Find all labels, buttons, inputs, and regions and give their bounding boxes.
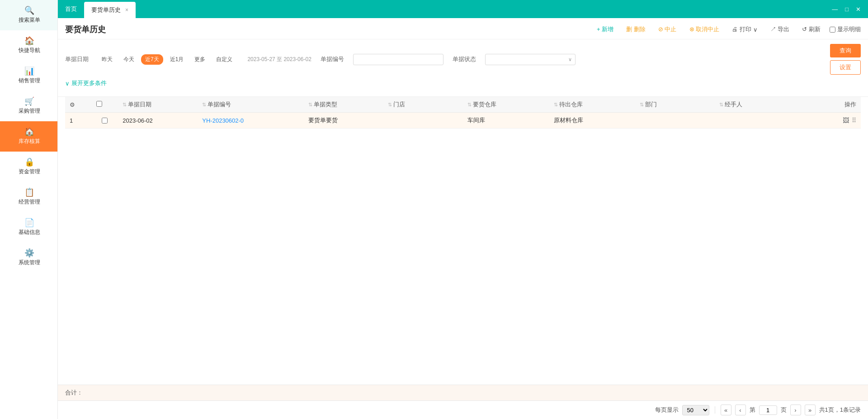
page-size-select[interactable]: 50 10 20 100 xyxy=(682,405,709,415)
table-row: 1 2023-06-02 YH-20230602-0 要货单要货 车间库 原材料… xyxy=(65,113,861,129)
th-docno[interactable]: 单据编号 xyxy=(198,97,304,113)
row-dept xyxy=(635,113,715,129)
th-dept[interactable]: 部门 xyxy=(635,97,715,113)
page-label: 页 xyxy=(781,406,787,414)
row-edit-icon[interactable]: 🖼 xyxy=(843,117,849,124)
sidebar-item-operations[interactable]: 📋 经营管理 xyxy=(0,182,57,212)
sidebar-item-sales[interactable]: 📊 销售管理 xyxy=(0,61,57,91)
date-last7days-btn[interactable]: 近7天 xyxy=(141,54,163,65)
date-filter-label: 单据日期 xyxy=(65,55,89,63)
export-button[interactable]: ↗ 导出 xyxy=(767,24,793,35)
first-page-button[interactable]: « xyxy=(721,405,731,415)
th-date[interactable]: 单据日期 xyxy=(118,97,198,113)
date-last1month-btn[interactable]: 近1月 xyxy=(166,54,188,65)
sidebar-item-system[interactable]: ⚙️ 系统管理 xyxy=(0,243,57,273)
date-today-btn[interactable]: 今天 xyxy=(119,54,138,65)
date-custom-btn[interactable]: 自定义 xyxy=(212,54,236,65)
th-store[interactable]: 门店 xyxy=(383,97,463,113)
minimize-button[interactable]: — xyxy=(832,6,838,13)
status-select[interactable] xyxy=(485,54,576,65)
table-header-row: ⚙ 单据日期 单据编号 单据类型 门店 要货仓库 待出仓库 部门 经手人 操作 xyxy=(65,97,861,113)
close-window-button[interactable]: ✕ xyxy=(856,6,861,13)
window-controls: — □ ✕ xyxy=(832,6,868,13)
cancel-stop-button[interactable]: ⊗ 取消中止 xyxy=(686,24,723,35)
docno-input[interactable] xyxy=(353,54,443,65)
operations-icon: 📋 xyxy=(24,188,34,196)
row-checkbox[interactable] xyxy=(102,118,108,124)
print-label: 🖨 打印 xyxy=(732,25,751,33)
select-all-checkbox[interactable] xyxy=(96,101,102,107)
display-detail-label: 显示明细 xyxy=(837,25,861,33)
th-settings[interactable]: ⚙ xyxy=(65,97,92,113)
date-range-text: 2023-05-27 至 2023-06-02 xyxy=(247,56,311,63)
filter-row-1: 单据日期 昨天 今天 近7天 近1月 更多 自定义 2023-05-27 至 2… xyxy=(65,44,861,75)
row-more-icon[interactable]: ⠿ xyxy=(852,117,856,124)
sidebar-item-sales-label: 销售管理 xyxy=(19,77,40,85)
th-handler[interactable]: 经手人 xyxy=(715,97,807,113)
next-page-button[interactable]: › xyxy=(790,405,801,415)
new-button[interactable]: + 新增 xyxy=(593,24,617,35)
row-actions: 🖼 ⠿ xyxy=(808,113,861,129)
action-buttons: 查询 设置 xyxy=(830,44,861,75)
sidebar-item-system-label: 系统管理 xyxy=(19,259,40,267)
page-number-input[interactable] xyxy=(759,405,777,415)
system-icon: ⚙️ xyxy=(24,249,34,257)
sidebar-item-quicknav[interactable]: 🏠 快捷导航 xyxy=(0,30,57,61)
maximize-button[interactable]: □ xyxy=(845,6,849,13)
settings-button[interactable]: 设置 xyxy=(830,60,861,75)
expand-filter-button[interactable]: ∨ 展开更多条件 xyxy=(65,77,107,89)
refresh-button[interactable]: ↺ 刷新 xyxy=(798,24,824,35)
page-header: 要货单历史 + 新增 删 删除 ⊘ 中止 ⊗ 取消中止 🖨 打印 ∨ ↗ 导出 … xyxy=(58,18,868,39)
expand-label: 展开更多条件 xyxy=(71,79,107,87)
delete-button[interactable]: 删 删除 xyxy=(623,24,649,35)
status-select-wrapper xyxy=(485,54,576,65)
purchase-icon: 🛒 xyxy=(24,97,34,105)
basicinfo-icon: 📄 xyxy=(24,219,34,227)
sidebar-item-purchase-label: 采购管理 xyxy=(19,107,40,115)
filter-area: 单据日期 昨天 今天 近7天 近1月 更多 自定义 2023-05-27 至 2… xyxy=(58,39,868,97)
last-page-button[interactable]: » xyxy=(805,405,816,415)
th-pending-warehouse[interactable]: 待出仓库 xyxy=(549,97,636,113)
th-check[interactable] xyxy=(92,97,118,113)
row-checkbox-cell[interactable] xyxy=(92,113,118,129)
sidebar-item-finance[interactable]: 🔒 资金管理 xyxy=(0,152,57,182)
tab-home[interactable]: 首页 xyxy=(58,0,84,18)
sidebar-item-purchase[interactable]: 🛒 采购管理 xyxy=(0,91,57,121)
row-type: 要货单要货 xyxy=(304,113,383,129)
page-size-label: 每页显示 xyxy=(655,406,679,414)
date-yesterday-btn[interactable]: 昨天 xyxy=(98,54,117,65)
sidebar-item-basicinfo[interactable]: 📄 基础信息 xyxy=(0,212,57,243)
finance-icon: 🔒 xyxy=(24,158,34,166)
query-button[interactable]: 查询 xyxy=(830,44,861,57)
th-action: 操作 xyxy=(808,97,861,113)
row-num: 1 xyxy=(65,113,92,129)
docno-link[interactable]: YH-20230602-0 xyxy=(202,117,244,124)
filter-row-expand: ∨ 展开更多条件 xyxy=(65,77,861,89)
display-detail-check[interactable]: 显示明细 xyxy=(830,25,861,33)
tab-close-icon[interactable]: × xyxy=(125,7,128,13)
sidebar-item-search[interactable]: 🔍 搜索菜单 xyxy=(0,0,57,30)
th-req-warehouse[interactable]: 要货仓库 xyxy=(463,97,549,113)
stop-button[interactable]: ⊘ 中止 xyxy=(655,24,680,35)
tab-home-label: 首页 xyxy=(65,5,77,13)
row-store xyxy=(383,113,463,129)
date-more-btn[interactable]: 更多 xyxy=(190,54,209,65)
sidebar: 🔍 搜索菜单 🏠 快捷导航 📊 销售管理 🛒 采购管理 🏠 库存核算 🔒 资金管… xyxy=(0,0,58,419)
print-dropdown-icon[interactable]: ∨ xyxy=(753,26,758,33)
tab-active-label: 要货单历史 xyxy=(91,6,121,14)
prev-page-button[interactable]: ‹ xyxy=(735,405,746,415)
th-type[interactable]: 单据类型 xyxy=(304,97,383,113)
content-area: 要货单历史 + 新增 删 删除 ⊘ 中止 ⊗ 取消中止 🖨 打印 ∨ ↗ 导出 … xyxy=(58,18,868,419)
display-detail-checkbox[interactable] xyxy=(830,27,835,33)
footer-summary: 合计： xyxy=(58,385,868,401)
main-area: 首页 要货单历史 × — □ ✕ 要货单历史 + 新增 删 删除 ⊘ 中止 ⊗ … xyxy=(58,0,868,419)
page-title: 要货单历史 xyxy=(65,24,106,35)
print-button[interactable]: 🖨 打印 ∨ xyxy=(728,24,761,35)
sidebar-item-inventory[interactable]: 🏠 库存核算 xyxy=(0,121,57,152)
row-docno[interactable]: YH-20230602-0 xyxy=(198,113,304,129)
date-range-buttons: 昨天 今天 近7天 近1月 更多 自定义 xyxy=(98,54,236,65)
sales-icon: 📊 xyxy=(24,67,34,75)
row-req-warehouse: 车间库 xyxy=(463,113,549,129)
toolbar: + 新增 删 删除 ⊘ 中止 ⊗ 取消中止 🖨 打印 ∨ ↗ 导出 ↺ 刷新 显… xyxy=(593,24,861,35)
tab-active[interactable]: 要货单历史 × xyxy=(84,2,136,18)
